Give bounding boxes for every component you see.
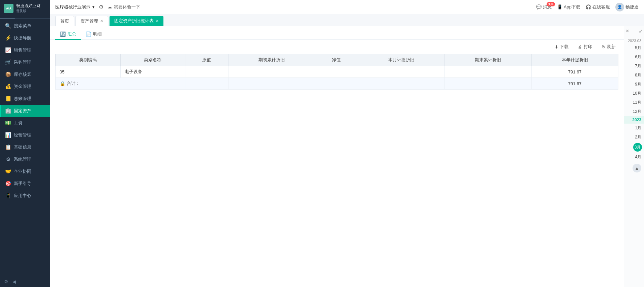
date-item-8[interactable]: 8月 [624, 71, 644, 80]
tab-asset-mgmt-close[interactable]: ✕ [100, 19, 103, 23]
active-month-circle: 3月 [633, 143, 642, 152]
sidebar-item-assets[interactable]: 🏢 固定资产 [0, 105, 50, 117]
sidebar-item-payroll[interactable]: 💵 工资 [0, 117, 50, 129]
payroll-icon: 💵 [5, 120, 11, 126]
sidebar-item-system[interactable]: ⚙ 系统管理 [0, 153, 50, 165]
date-item-4[interactable]: 4月 [624, 153, 644, 162]
cell-ending-accum [445, 66, 532, 78]
assets-icon: 🏢 [5, 108, 11, 114]
nav-up-circle[interactable]: ▲ [633, 164, 641, 172]
total-net [315, 78, 358, 90]
download-btn[interactable]: ⬇ 下载 [552, 42, 571, 51]
tab-depreciation-close[interactable]: ✕ [156, 19, 159, 23]
sidebar-item-base[interactable]: 📋 基础信息 [0, 141, 50, 153]
sub-tab-summary[interactable]: 🔄 汇总 [55, 29, 81, 40]
sidebar-item-ledger[interactable]: 📒 总账管理 [0, 93, 50, 105]
tab-asset-mgmt[interactable]: 资产管理 ✕ [75, 16, 108, 26]
date-item-5[interactable]: 5月 [624, 43, 644, 53]
content-area: 🔄 汇总 📄 明细 ⬇ 下载 🖨 打印 ↻ [50, 26, 644, 287]
sidebar-item-collab[interactable]: 🤝 企业协同 [0, 165, 50, 178]
tabs-bar: 首页 资产管理 ✕ 固定资产折旧统计表 ✕ [50, 14, 644, 26]
topbar-right: 💬 消息 99+ 📱 App下载 🎧 在线客服 👤 畅捷通 [536, 3, 639, 11]
cell-name: 电子设备 [120, 66, 185, 78]
download-icon: ⬇ [555, 44, 558, 50]
date-item-9[interactable]: 9月 [624, 80, 644, 89]
company-selector[interactable]: 医疗器械行业演示 ▾ [55, 4, 95, 10]
tab-depreciation[interactable]: 固定资产折旧统计表 ✕ [110, 16, 163, 26]
cell-monthly-depr [358, 66, 445, 78]
refresh-btn[interactable]: ↻ 刷新 [599, 42, 618, 51]
content-main: 🔄 汇总 📄 明细 ⬇ 下载 🖨 打印 ↻ [50, 26, 624, 287]
depreciation-table: 类别编码 类别名称 原值 期初累计折旧 净值 本月计提折旧 期末累计折旧 本年计… [55, 54, 618, 90]
refresh-icon: ↻ [602, 44, 606, 50]
experience-btn[interactable]: ☁ 我要体验一下 [108, 4, 140, 10]
sidebar-item-quicknav[interactable]: ⚡ 快捷导航 [0, 32, 50, 44]
logo-icon: AtA [4, 4, 13, 13]
tab-asset-mgmt-label: 资产管理 [81, 18, 98, 24]
total-icon: 🔒 [60, 81, 65, 86]
col-header-net: 净值 [315, 54, 358, 66]
ledger-icon: 📒 [5, 96, 11, 102]
customer-service-btn[interactable]: 🎧 在线客服 [586, 4, 610, 10]
sub-tab-summary-label: 汇总 [67, 31, 76, 37]
table-row: 05 电子设备 791.67 [56, 66, 618, 78]
date-item-3-active[interactable]: 3月 [624, 142, 644, 153]
message-btn[interactable]: 💬 消息 99+ [536, 4, 552, 10]
sidebar-item-sales[interactable]: 📈 销售管理 [0, 44, 50, 56]
date-item-10[interactable]: 10月 [624, 89, 644, 98]
print-btn[interactable]: 🖨 打印 [575, 42, 595, 51]
base-icon: 📋 [5, 144, 11, 150]
app-download-icon: 📱 [557, 4, 562, 9]
date-item-12[interactable]: 12月 [624, 107, 644, 116]
message-icon: 💬 [536, 4, 542, 9]
experience-label: 我要体验一下 [114, 4, 140, 10]
finance-icon: 💰 [5, 84, 11, 90]
app-download-btn[interactable]: 📱 App下载 [557, 4, 580, 10]
col-header-annual-depr: 本年计提折旧 [531, 54, 618, 66]
col-header-code: 类别编码 [56, 54, 121, 66]
date-item-1[interactable]: 1月 [624, 124, 644, 133]
date-item-11[interactable]: 11月 [624, 98, 644, 107]
sidebar-item-purchase[interactable]: 🛒 采购管理 [0, 56, 50, 68]
experience-icon: ☁ [108, 4, 112, 9]
total-label-text: 合计： [67, 81, 80, 87]
collapse-sidebar-icon[interactable]: ◀ [12, 279, 16, 284]
cell-annual-depr: 791.67 [531, 66, 618, 78]
sidebar-item-inventory[interactable]: 📦 库存核算 [0, 68, 50, 81]
date-item-year-2023[interactable]: 2023 [624, 116, 644, 124]
operations-icon: 📊 [5, 132, 11, 138]
total-annual-depr: 791.67 [531, 78, 618, 90]
guide-icon: 🎯 [5, 181, 11, 187]
sub-tab-detail[interactable]: 📄 明细 [81, 29, 106, 40]
company-name: 医疗器械行业演示 [55, 4, 90, 10]
sidebar-nav: 🔍 搜索菜单 ⚡ 快捷导航 📈 销售管理 🛒 采购管理 📦 库存核算 💰 资金管… [0, 20, 50, 276]
sidebar-item-operations[interactable]: 📊 经营管理 [0, 129, 50, 141]
total-ending-accum [445, 78, 532, 90]
col-header-name: 类别名称 [120, 54, 185, 66]
sidebar-item-apps[interactable]: 📱 应用中心 [0, 190, 50, 202]
total-label-cell: 🔒 合计： [56, 78, 185, 90]
col-header-ending-accum: 期末累计折旧 [445, 54, 532, 66]
date-item-2[interactable]: 2月 [624, 133, 644, 142]
sidebar-item-search[interactable]: 🔍 搜索菜单 [0, 20, 50, 32]
sidebar-item-guide[interactable]: 🎯 新手引导 [0, 178, 50, 190]
inventory-icon: 📦 [5, 71, 11, 77]
cell-original [185, 66, 228, 78]
tab-home[interactable]: 首页 [55, 16, 74, 26]
sidebar-logo: AtA 畅捷通好业财 普及版 [0, 0, 50, 17]
summary-icon: 🔄 [60, 31, 66, 37]
cell-net [315, 66, 358, 78]
close-panel-icon[interactable]: ✕ [625, 28, 630, 34]
user-profile[interactable]: 👤 畅捷通 [615, 3, 639, 11]
customer-service-label: 在线客服 [592, 4, 610, 10]
topbar-settings-icon[interactable]: ⚙ [99, 4, 103, 10]
date-item-7[interactable]: 7月 [624, 62, 644, 71]
right-panel-header: ✕ ⤢ [624, 26, 644, 36]
sidebar-item-finance[interactable]: 💰 资金管理 [0, 81, 50, 93]
tab-home-label: 首页 [60, 18, 69, 24]
avatar: 👤 [615, 3, 624, 11]
sidebar-bottom: ⚙ ◀ [0, 276, 50, 287]
expand-panel-icon[interactable]: ⤢ [639, 28, 643, 34]
settings-bottom-icon[interactable]: ⚙ [4, 279, 8, 284]
date-item-6[interactable]: 6月 [624, 53, 644, 62]
